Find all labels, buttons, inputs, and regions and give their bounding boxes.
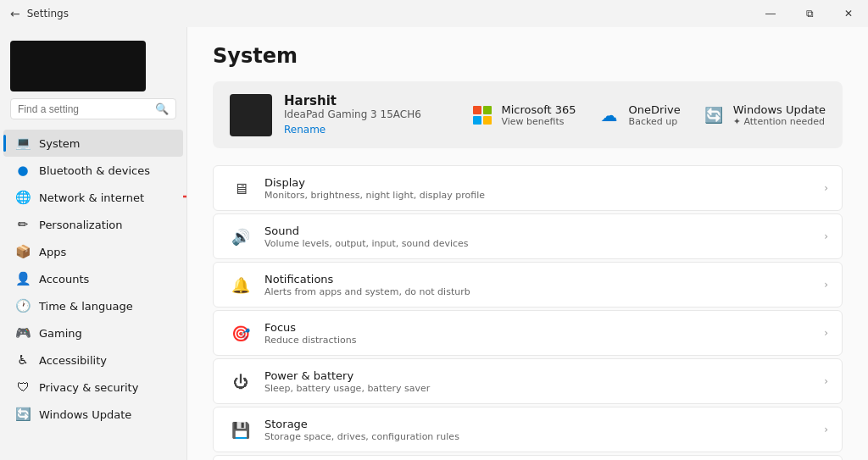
personalization-icon: ✏️	[15, 217, 31, 232]
chevron-right-icon: ›	[824, 424, 828, 435]
sidebar-item-label: Bluetooth & devices	[39, 164, 150, 177]
display-icon: 🖥	[227, 175, 254, 202]
titlebar-controls: — ⧉ ✕	[751, 0, 868, 27]
settings-item-display-text: Display Monitors, brightness, night ligh…	[264, 176, 824, 201]
privacy-icon: 🛡	[15, 380, 31, 395]
user-name: Harshit	[284, 93, 421, 108]
sidebar-item-label: Gaming	[39, 327, 82, 340]
user-device: IdeaPad Gaming 3 15ACH6	[284, 108, 421, 120]
user-card: Harshit IdeaPad Gaming 3 15ACH6 Rename	[213, 81, 843, 148]
onedrive-icon: ☁	[597, 103, 622, 128]
settings-item-power-title: Power & battery	[264, 369, 824, 382]
service-onedrive-name: OneDrive	[629, 103, 681, 116]
service-onedrive-status: Backed up	[629, 116, 681, 127]
chevron-right-icon: ›	[824, 375, 828, 387]
sidebar-item-network[interactable]: 🌐 Network & internet	[3, 184, 183, 211]
settings-item-display-desc: Monitors, brightness, night light, displ…	[264, 190, 824, 201]
restore-button[interactable]: ⧉	[790, 0, 829, 27]
service-windowsupdate-details: Windows Update ✦ Attention needed	[733, 103, 826, 127]
settings-item-focus-desc: Reduce distractions	[264, 335, 824, 346]
windows-update-service-icon: 🔄	[701, 103, 726, 128]
sidebar-profile: 🔍	[0, 34, 186, 130]
sound-icon: 🔊	[227, 223, 254, 250]
service-onedrive[interactable]: ☁ OneDrive Backed up	[597, 103, 681, 128]
chevron-right-icon: ›	[824, 327, 828, 339]
chevron-right-icon: ›	[824, 230, 828, 242]
settings-item-storage[interactable]: 💾 Storage Storage space, drives, configu…	[213, 407, 843, 452]
sidebar-item-label: System	[39, 137, 80, 150]
settings-item-notifications-desc: Alerts from apps and system, do not dist…	[264, 286, 824, 297]
window-title: Settings	[27, 8, 69, 19]
storage-icon: 💾	[227, 416, 254, 443]
main-content: System Harshit IdeaPad Gaming 3 15ACH6 R…	[186, 27, 868, 460]
user-avatar	[230, 94, 272, 136]
settings-item-storage-desc: Storage space, drives, configuration rul…	[264, 431, 824, 442]
page-title: System	[213, 44, 843, 68]
search-icon: 🔍	[155, 103, 169, 115]
annotation-arrow	[175, 186, 186, 208]
settings-item-notifications[interactable]: 🔔 Notifications Alerts from apps and sys…	[213, 262, 843, 308]
settings-item-notifications-title: Notifications	[264, 273, 824, 285]
close-button[interactable]: ✕	[829, 0, 868, 27]
settings-item-power-desc: Sleep, battery usage, battery saver	[264, 383, 824, 394]
titlebar: ← Settings — ⧉ ✕	[0, 0, 868, 27]
settings-item-display-title: Display	[264, 176, 824, 189]
sidebar-item-label: Windows Update	[39, 408, 131, 421]
service-windowsupdate[interactable]: 🔄 Windows Update ✦ Attention needed	[701, 103, 826, 128]
back-icon[interactable]: ←	[10, 7, 20, 20]
user-info: Harshit IdeaPad Gaming 3 15ACH6 Rename	[230, 93, 421, 136]
titlebar-left: ← Settings	[10, 7, 69, 20]
microsoft365-icon	[470, 103, 495, 128]
network-icon: 🌐	[15, 190, 31, 205]
system-icon: 💻	[15, 136, 31, 151]
chevron-right-icon: ›	[824, 182, 828, 194]
sidebar-item-bluetooth[interactable]: ● Bluetooth & devices	[3, 157, 183, 184]
search-box[interactable]: 🔍	[10, 98, 176, 119]
settings-item-nearby[interactable]: 📡 Nearby sharing Discoverability, receiv…	[213, 455, 843, 460]
service-microsoft365-details: Microsoft 365 View benefits	[502, 103, 576, 127]
accessibility-icon: ♿	[15, 352, 31, 368]
settings-item-sound-text: Sound Volume levels, output, input, soun…	[264, 224, 824, 249]
rename-link[interactable]: Rename	[284, 124, 326, 136]
settings-item-display[interactable]: 🖥 Display Monitors, brightness, night li…	[213, 165, 843, 211]
apps-icon: 📦	[15, 244, 31, 259]
sidebar-item-label: Accessibility	[39, 354, 107, 367]
settings-item-sound-desc: Volume levels, output, input, sound devi…	[264, 238, 824, 249]
windowsupdate-icon: 🔄	[15, 407, 31, 422]
sidebar-item-accessibility[interactable]: ♿ Accessibility	[3, 346, 183, 374]
settings-item-focus-text: Focus Reduce distractions	[264, 321, 824, 346]
services-row: Microsoft 365 View benefits ☁ OneDrive B…	[470, 103, 826, 128]
sidebar-item-label: Apps	[39, 246, 66, 258]
settings-item-power[interactable]: ⏻ Power & battery Sleep, battery usage, …	[213, 358, 843, 404]
window-content: 🔍 💻 System ● Bluetooth & devices 🌐 Netwo…	[0, 27, 868, 460]
sidebar-item-gaming[interactable]: 🎮 Gaming	[3, 319, 183, 346]
settings-item-notifications-text: Notifications Alerts from apps and syste…	[264, 273, 824, 297]
user-details: Harshit IdeaPad Gaming 3 15ACH6 Rename	[284, 93, 421, 136]
settings-item-storage-text: Storage Storage space, drives, configura…	[264, 418, 824, 442]
sidebar-item-windowsupdate[interactable]: 🔄 Windows Update	[3, 401, 183, 428]
sidebar-item-personalization[interactable]: ✏️ Personalization	[3, 211, 183, 238]
settings-item-focus-title: Focus	[264, 321, 824, 334]
settings-item-sound[interactable]: 🔊 Sound Volume levels, output, input, so…	[213, 213, 843, 259]
sidebar-item-label: Time & language	[39, 300, 133, 313]
sidebar-item-time[interactable]: 🕐 Time & language	[3, 292, 183, 319]
minimize-button[interactable]: —	[751, 0, 790, 27]
chevron-right-icon: ›	[824, 279, 828, 291]
sidebar-item-privacy[interactable]: 🛡 Privacy & security	[3, 374, 183, 401]
power-icon: ⏻	[227, 368, 254, 395]
time-icon: 🕐	[15, 298, 31, 313]
sidebar-item-accounts[interactable]: 👤 Accounts	[3, 265, 183, 292]
service-onedrive-details: OneDrive Backed up	[629, 103, 681, 127]
sidebar-item-system[interactable]: 💻 System	[3, 130, 183, 157]
service-microsoft365[interactable]: Microsoft 365 View benefits	[470, 103, 576, 128]
sidebar-item-apps[interactable]: 📦 Apps	[3, 238, 183, 265]
focus-icon: 🎯	[227, 319, 254, 346]
search-input[interactable]	[18, 103, 150, 115]
settings-item-focus[interactable]: 🎯 Focus Reduce distractions ›	[213, 310, 843, 356]
sidebar-item-label: Accounts	[39, 273, 89, 285]
settings-list: 🖥 Display Monitors, brightness, night li…	[213, 165, 843, 460]
sidebar-nav: 💻 System ● Bluetooth & devices 🌐 Network…	[0, 130, 186, 428]
bluetooth-icon: ●	[15, 163, 31, 178]
notifications-icon: 🔔	[227, 271, 254, 298]
profile-avatar	[10, 41, 146, 91]
